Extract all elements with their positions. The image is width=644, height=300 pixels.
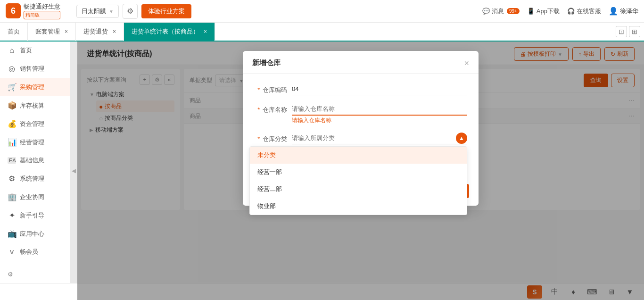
form-input-name-wrap: 请输入仓库名称 xyxy=(292,103,467,125)
dropdown-item-uncategorized[interactable]: 未分类 xyxy=(250,147,467,164)
sidebar-label-purchase: 采购管理 xyxy=(20,83,44,92)
sidebar-label-home: 首页 xyxy=(20,46,32,55)
sidebar-item-enterprise[interactable]: 🏢 企业协同 xyxy=(0,188,70,206)
modal-header: 新增仓库 × xyxy=(243,51,479,74)
warehouse-category-input[interactable] xyxy=(292,132,467,144)
user-area[interactable]: 👤 徐泽华 xyxy=(609,7,638,16)
sidebar-label-system: 系统管理 xyxy=(20,175,44,183)
sidebar-label-appcenter: 应用中心 xyxy=(20,230,44,238)
search-area: 日太阳膜 ⚙ 体验行业方案 xyxy=(76,4,482,19)
tab-purchase-return[interactable]: 进货退货 × xyxy=(76,22,124,41)
sidebar-label-sales: 销售管理 xyxy=(20,65,44,73)
sidebar-label-guide: 新手引导 xyxy=(20,211,44,220)
tab-bar: 首页 账套管理 × 进货退货 × 进货单统计表（按商品） × ⊡ ⊞ xyxy=(0,23,644,42)
operation-icon: 📊 xyxy=(8,138,16,147)
vip-icon: V xyxy=(8,249,16,256)
search-chevron-icon xyxy=(109,8,114,15)
sidebar-item-system[interactable]: ⚙ 系统管理 xyxy=(0,169,70,188)
search-value: 日太阳膜 xyxy=(82,7,106,16)
logo-title: 畅捷通好生意 xyxy=(24,3,60,11)
sidebar-item-appcenter[interactable]: 📺 应用中心 xyxy=(0,225,70,243)
sidebar-item-guide[interactable]: ✦ 新手引导 xyxy=(0,206,70,225)
modal-overlay: 新增仓库 × * 仓库编码 xyxy=(77,42,644,300)
tab-purchase-stats-label: 进货单统计表（按商品） xyxy=(132,27,199,36)
modal-body: * 仓库编码 * 仓库名称 xyxy=(243,74,479,179)
main-layout: ⌂ 首页 ◎ 销售管理 🛒 采购管理 📦 库存核算 💰 资金管理 📊 经营管理 … xyxy=(0,42,644,300)
form-input-category-wrap: ▲ 未分类 经营一部 经营二部 xyxy=(292,132,467,144)
tab-restore-button[interactable]: ⊡ xyxy=(616,26,627,37)
headset-icon: 🎧 xyxy=(567,8,575,15)
form-label-name: * 仓库名称 xyxy=(254,103,292,114)
appcenter-icon: 📺 xyxy=(8,229,16,238)
sidebar-item-operation[interactable]: 📊 经营管理 xyxy=(0,133,70,151)
gear-button[interactable]: ⚙ xyxy=(123,4,138,19)
tab-account[interactable]: 账套管理 × xyxy=(28,22,76,41)
category-up-icon[interactable]: ▲ xyxy=(456,133,467,144)
header-right: 💬 消息 99+ 📱 App下载 🎧 在线客服 👤 徐泽华 xyxy=(482,7,638,16)
tab-account-label: 账套管理 xyxy=(35,27,60,36)
modal-add-warehouse: 新增仓库 × * 仓库编码 xyxy=(243,51,479,206)
sidebar-item-sales[interactable]: ◎ 销售管理 xyxy=(0,59,70,78)
tab-account-close-icon[interactable]: × xyxy=(65,28,68,35)
dropdown-item-dept2[interactable]: 经营二部 xyxy=(250,181,467,198)
guide-icon: ✦ xyxy=(8,211,16,220)
tab-purchase-stats-close-icon[interactable]: × xyxy=(204,28,207,35)
inventory-icon: 📦 xyxy=(8,101,16,110)
sidebar-item-home[interactable]: ⌂ 首页 xyxy=(0,42,70,59)
tab-purchase-stats[interactable]: 进货单统计表（按商品） × xyxy=(124,22,215,41)
tab-grid-button[interactable]: ⊞ xyxy=(629,26,640,37)
sidebar-label-enterprise: 企业协同 xyxy=(20,193,44,201)
sidebar-item-purchase[interactable]: 🛒 采购管理 xyxy=(0,78,70,96)
form-label-category: * 仓库分类 xyxy=(254,132,292,143)
form-label-code: * 仓库编码 xyxy=(254,83,292,94)
form-row-name: * 仓库名称 请输入仓库名称 xyxy=(254,103,467,125)
gear-icon: ⚙ xyxy=(127,7,133,16)
tab-purchase-return-close-icon[interactable]: × xyxy=(113,28,116,35)
settings-icon: ⚙ xyxy=(8,271,13,278)
search-select[interactable]: 日太阳膜 xyxy=(76,5,119,18)
messages-button[interactable]: 💬 消息 99+ xyxy=(482,7,520,16)
dropdown-item-property[interactable]: 物业部 xyxy=(250,198,467,215)
dropdown-item-dept1[interactable]: 经营一部 xyxy=(250,164,467,181)
system-icon: ⚙ xyxy=(8,174,16,183)
logo-area: 6 畅捷通好生意 精简版 xyxy=(6,3,76,19)
modal-title: 新增仓库 xyxy=(252,58,281,67)
tab-window-controls: ⊡ ⊞ xyxy=(616,26,644,37)
home-icon: ⌂ xyxy=(8,46,16,55)
warehouse-code-input[interactable] xyxy=(292,83,467,95)
purchase-icon: 🛒 xyxy=(8,83,16,92)
top-header: 6 畅捷通好生意 精简版 日太阳膜 ⚙ 体验行业方案 💬 消息 99+ 📱 Ap… xyxy=(0,0,644,23)
enterprise-icon: 🏢 xyxy=(8,192,16,201)
tab-home-label: 首页 xyxy=(8,27,20,36)
category-dropdown: 未分类 经营一部 经营二部 物业部 xyxy=(249,146,467,215)
app-download-button[interactable]: 📱 App下载 xyxy=(527,7,560,16)
sidebar-item-finance[interactable]: 💰 资金管理 xyxy=(0,115,70,133)
warehouse-name-input[interactable] xyxy=(292,103,467,116)
logo-icon: 6 xyxy=(6,3,21,18)
phone-icon: 📱 xyxy=(527,8,535,15)
messages-badge: 99+ xyxy=(507,8,520,14)
basic-info-icon: EA xyxy=(8,157,16,164)
content-area: 进货单统计(按商品) 🖨 按模板打印 ↑ 导出 ↻ 刷新 xyxy=(77,42,644,300)
modal-close-button[interactable]: × xyxy=(464,59,469,67)
logo-badge: 精简版 xyxy=(24,11,60,19)
sidebar-label-finance: 资金管理 xyxy=(20,120,44,128)
sidebar-item-vip[interactable]: V 畅会员 xyxy=(0,243,70,261)
tab-home[interactable]: 首页 xyxy=(0,22,28,41)
user-name: 徐泽华 xyxy=(620,7,638,16)
sidebar-item-inventory[interactable]: 📦 库存核算 xyxy=(0,96,70,115)
sidebar-item-basic[interactable]: EA 基础信息 xyxy=(0,151,70,169)
sidebar-label-basic: 基础信息 xyxy=(20,156,44,165)
experience-button[interactable]: 体验行业方案 xyxy=(141,4,191,18)
form-row-code: * 仓库编码 xyxy=(254,83,467,95)
collapse-icon: ◀ xyxy=(72,167,76,174)
finance-icon: 💰 xyxy=(8,119,16,128)
message-icon: 💬 xyxy=(482,8,490,15)
name-error-msg: 请输入仓库名称 xyxy=(292,117,467,125)
customer-service-button[interactable]: 🎧 在线客服 xyxy=(567,7,601,16)
sales-icon: ◎ xyxy=(8,64,16,73)
sidebar-collapse-button[interactable]: ◀ xyxy=(71,42,77,300)
sidebar: ⌂ 首页 ◎ 销售管理 🛒 采购管理 📦 库存核算 💰 资金管理 📊 经营管理 … xyxy=(0,42,71,300)
sidebar-settings-button[interactable]: ⚙ xyxy=(0,267,70,282)
form-row-category: * 仓库分类 ▲ 未分类 经 xyxy=(254,132,467,144)
